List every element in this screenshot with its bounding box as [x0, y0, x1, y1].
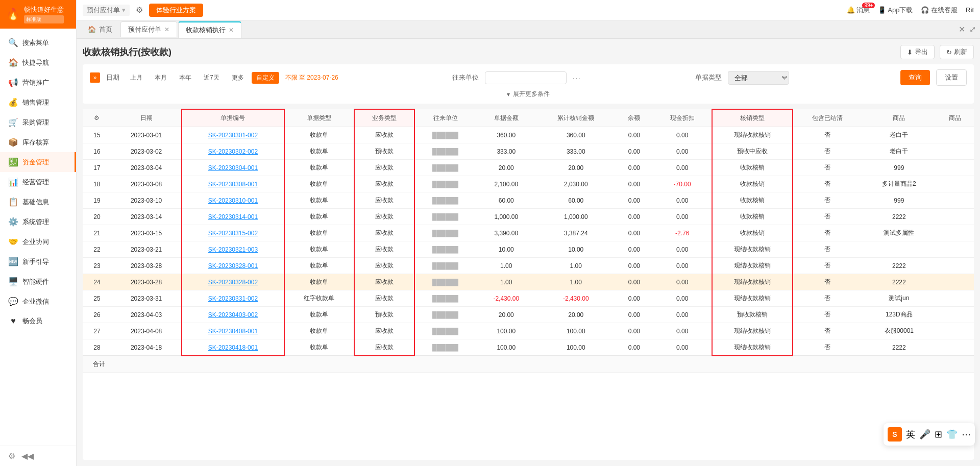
sidebar-item-corp[interactable]: 🤝 企业协同	[0, 232, 76, 252]
td-product2	[936, 143, 974, 160]
sidebar-item-hardware[interactable]: 🖥️ 智能硬件	[0, 272, 76, 291]
td-doc-no[interactable]: SK-20230308-001	[182, 176, 284, 192]
th-product1: 商品	[862, 109, 936, 127]
td-product2	[936, 209, 974, 225]
date-label: 日期	[106, 73, 119, 82]
tab-receipt-close[interactable]: ✕	[229, 27, 234, 34]
collapse-icon[interactable]: ◀◀	[21, 451, 34, 461]
app-download-button[interactable]: 📱 App下载	[878, 6, 913, 15]
td-doc-no[interactable]: SK-20230321-003	[182, 241, 284, 258]
filter-settings-button[interactable]: 设置	[936, 69, 967, 86]
td-counterparty: ██████	[414, 274, 476, 290]
tab-expand-icon[interactable]: ⤢	[969, 24, 976, 34]
td-date: 2023-03-04	[111, 160, 182, 176]
table-scroll[interactable]: ⚙ 日期 单据编号 单据类型 业务类型 往来单位 单据金额 累计核销金额 余额 …	[83, 109, 974, 460]
td-date: 2023-03-28	[111, 258, 182, 274]
tab-prepay[interactable]: 预付应付单 ✕	[120, 21, 177, 37]
date-btn-this-month[interactable]: 本月	[150, 72, 172, 84]
sidebar-item-guide[interactable]: 🆕 新手引导	[0, 252, 76, 272]
support-button[interactable]: 🎧 在线客服	[921, 6, 958, 15]
tab-home-label: 首页	[99, 25, 112, 34]
date-btn-custom[interactable]: 自定义	[252, 72, 279, 84]
float-logo: S	[888, 427, 902, 442]
industry-solution-button[interactable]: 体验行业方案	[149, 4, 203, 17]
float-grid-icon[interactable]: ⊞	[935, 429, 942, 440]
expand-filter-button[interactable]: »	[90, 72, 100, 83]
headset-icon: 🎧	[921, 6, 929, 14]
message-button[interactable]: 🔔 消息 99+	[847, 6, 870, 15]
sidebar-item-basic[interactable]: 📋 基础信息	[0, 192, 76, 212]
sidebar-item-search[interactable]: 🔍 搜索菜单	[0, 33, 76, 53]
settings-bottom-icon[interactable]: ⚙	[8, 451, 15, 461]
float-shirt-icon[interactable]: 👕	[946, 429, 958, 440]
filter-dots-1: ···	[573, 74, 581, 82]
td-write-off: -2,430.00	[536, 290, 615, 307]
td-doc-no[interactable]: SK-20230331-002	[182, 290, 284, 307]
td-doc-no[interactable]: SK-20230328-002	[182, 274, 284, 290]
td-doc-no[interactable]: SK-20230315-002	[182, 225, 284, 241]
td-doc-no[interactable]: SK-20230408-001	[182, 323, 284, 339]
sidebar-item-member[interactable]: ♥ 畅会员	[0, 311, 76, 331]
refresh-button[interactable]: ↻ 刷新	[940, 45, 974, 59]
td-wo-type: 现结收款核销	[712, 258, 793, 274]
td-doc-no[interactable]: SK-20230310-001	[182, 192, 284, 209]
td-doc-no[interactable]: SK-20230304-001	[182, 160, 284, 176]
sales-icon: 💰	[8, 97, 18, 107]
float-apps-icon[interactable]: ⋯	[962, 429, 971, 440]
td-product1: 999	[862, 160, 936, 176]
sidebar-item-quicknav[interactable]: 🏠 快捷导航	[0, 53, 76, 72]
td-amount: -2,430.00	[476, 290, 536, 307]
table-row: 18 2023-03-08 SK-20230308-001 收款单 应收款 ██…	[83, 176, 974, 192]
sidebar-item-system[interactable]: ⚙️ 系统管理	[0, 212, 76, 232]
td-balance: 0.00	[615, 290, 653, 307]
td-doc-no[interactable]: SK-20230418-001	[182, 339, 284, 356]
doc-type-select[interactable]: 全部 收款单 红字收款单	[728, 71, 789, 85]
td-doc-no[interactable]: SK-20230403-002	[182, 307, 284, 323]
td-wo-type: 收款核销	[712, 176, 793, 192]
export-button[interactable]: ⬇ 导出	[900, 45, 935, 59]
td-date: 2023-03-31	[111, 290, 182, 307]
filter-row-1: » 日期 上月 本月 本年 近7天 更多 自定义 不限 至 2023-07-26…	[90, 69, 967, 86]
sidebar-item-wechat[interactable]: 💬 企业微信	[0, 291, 76, 311]
tab-home[interactable]: 🏠 首页	[81, 22, 119, 37]
sidebar-item-inventory[interactable]: 📦 库存核算	[0, 132, 76, 152]
date-btn-more[interactable]: 更多	[227, 72, 249, 84]
th-settings[interactable]: ⚙	[83, 109, 111, 127]
gear-icon[interactable]: ⚙	[136, 5, 143, 15]
date-btn-this-year[interactable]: 本年	[175, 72, 196, 84]
sidebar-item-purchase[interactable]: 🛒 采购管理	[0, 112, 76, 132]
sidebar-item-operation[interactable]: 📊 经营管理	[0, 172, 76, 192]
td-counterparty: ██████	[414, 209, 476, 225]
table-row: 20 2023-03-14 SK-20230314-001 收款单 应收款 ██…	[83, 209, 974, 225]
td-doc-no[interactable]: SK-20230301-002	[182, 127, 284, 143]
tab-prepay-close[interactable]: ✕	[164, 26, 169, 33]
counterparty-input[interactable]	[485, 71, 567, 84]
td-product1	[862, 241, 936, 258]
float-mic-icon[interactable]: 🎤	[919, 429, 930, 440]
sidebar-item-marketing[interactable]: 📢 营销推广	[0, 72, 76, 92]
td-biz-type: 应收款	[354, 274, 414, 290]
td-discount: 0.00	[653, 258, 712, 274]
tab-receipt[interactable]: 收款核销执行 ✕	[178, 21, 241, 38]
float-translate-icon[interactable]: 英	[906, 428, 915, 440]
table-row: 28 2023-04-18 SK-20230418-001 收款单 应收款 ██…	[83, 339, 974, 356]
tab-close-all-icon[interactable]: ✕	[959, 24, 965, 34]
td-write-off: 10.00	[536, 241, 615, 258]
td-doc-no[interactable]: SK-20230314-001	[182, 209, 284, 225]
sidebar: 🔥 畅快道好生意 标准版 🔍 搜索菜单 🏠 快捷导航 📢 营销推广 💰 销售管理…	[0, 0, 77, 466]
query-button[interactable]: 查询	[900, 70, 930, 85]
td-counterparty: ██████	[414, 339, 476, 356]
sidebar-item-sales[interactable]: 💰 销售管理	[0, 92, 76, 112]
topbar: 预付应付单 ▾ ⚙ 体验行业方案 🔔 消息 99+ 📱 App下载 🎧 在线客服…	[77, 0, 980, 20]
table-row: 19 2023-03-10 SK-20230310-001 收款单 应收款 ██…	[83, 192, 974, 209]
td-doc-no[interactable]: SK-20230302-002	[182, 143, 284, 160]
td-doc-type: 收款单	[284, 323, 355, 339]
td-write-off: 3,387.24	[536, 225, 615, 241]
date-btn-7days[interactable]: 近7天	[199, 72, 224, 84]
expand-more-bar[interactable]: ▾ 展开更多条件	[90, 90, 967, 99]
td-doc-no[interactable]: SK-20230328-001	[182, 258, 284, 274]
date-btn-last-month[interactable]: 上月	[126, 72, 147, 84]
td-balance: 0.00	[615, 127, 653, 143]
user-name[interactable]: Rit	[966, 6, 974, 14]
sidebar-item-finance[interactable]: 💹 资金管理	[0, 152, 76, 172]
